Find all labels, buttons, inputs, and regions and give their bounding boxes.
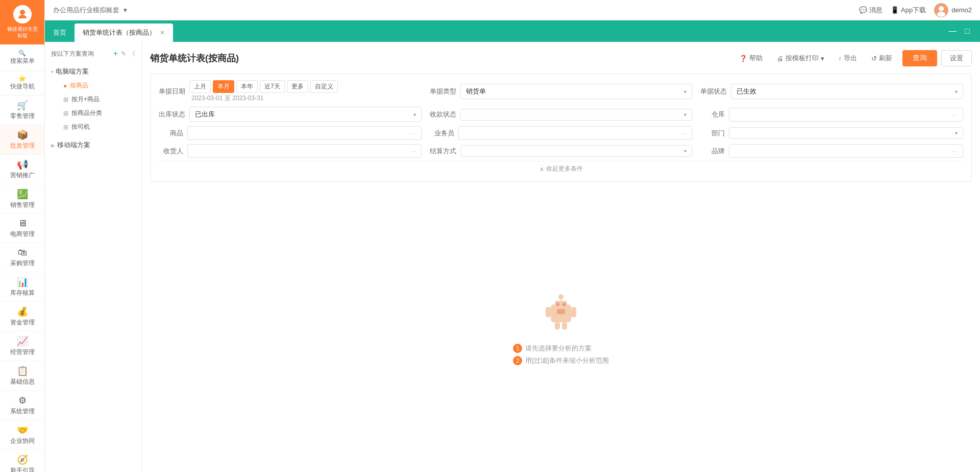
print-btn[interactable]: 🖨 按模板打印 ▾ (773, 52, 828, 65)
tab-close-icon[interactable]: ✕ (160, 29, 165, 36)
username: demo2 (951, 6, 972, 14)
doc-type-label: 单据类型 (430, 87, 456, 96)
sidebar-search[interactable]: 🔍 搜索菜单 (0, 44, 44, 71)
help-btn[interactable]: ❓ 帮助 (735, 52, 767, 65)
product-dots-icon: ··· (410, 129, 416, 137)
refresh-btn[interactable]: ↺ 刷新 (867, 52, 896, 65)
sidebar-item-ecommerce[interactable]: 🖥 电商管理 (0, 214, 44, 243)
sidebar-item-retail[interactable]: 🛒 零售管理 (0, 96, 44, 125)
expand-icon-mobile: ▶ (51, 143, 55, 148)
tip-num-2: 2 (513, 356, 522, 365)
export-label: 导出 (844, 54, 857, 63)
export-btn[interactable]: ↑ 导出 (835, 52, 862, 65)
filter-department: 部门 ▾ (700, 127, 963, 139)
app-download-btn[interactable]: 📱 App下载 (891, 6, 926, 15)
tree-item-by-category[interactable]: ⊞ 按商品分类 (45, 106, 141, 120)
inventory-label: 库存核算 (10, 289, 35, 297)
star-icon: ⭐ (18, 75, 26, 82)
receiver-control[interactable]: ··· (187, 144, 422, 158)
tip-2-text: 用[过滤]条件来缩小分析范围 (525, 356, 608, 365)
basic-label: 基础信息 (10, 377, 35, 386)
app-download-label: App下载 (901, 6, 926, 15)
filter-row-4: 收货人 ··· 结算方式 ▾ 品牌 (159, 144, 963, 158)
tree-item-by-customer[interactable]: ⊞ 按司机 (45, 120, 141, 134)
sidebar-search-label: 搜索菜单 (10, 57, 35, 65)
doc-status-control[interactable]: 已生效 ▾ (731, 84, 963, 99)
date-btn-this-year[interactable]: 本年 (236, 80, 258, 93)
svg-rect-8 (557, 309, 565, 314)
date-btn-custom[interactable]: 自定义 (310, 80, 338, 93)
settings-btn[interactable]: 设置 (941, 50, 972, 66)
doc-type-dropdown-icon: ▾ (684, 89, 687, 95)
date-btn-more[interactable]: 更多 (287, 80, 308, 93)
sidebar-item-system[interactable]: ⚙ 系统管理 (0, 391, 44, 420)
sidebar-item-finance[interactable]: 💰 资金管理 (0, 302, 44, 332)
date-btn-this-month[interactable]: 本月 (213, 80, 234, 93)
expand-icon: ▾ (51, 69, 54, 75)
sidebar-item-inventory[interactable]: 📊 库存核算 (0, 272, 44, 302)
date-btn-7days[interactable]: 近7天 (260, 80, 285, 93)
content-area: 按以下方案查询 + ✎ 《 ▾ 电脑端方案 ● 按商品 ⊞ (45, 42, 980, 472)
sidebar-quicknav-label: 快捷导航 (10, 82, 35, 91)
filter-area: 单据日期 上月 本月 本年 近7天 更多 自定义 2023-03-01 至 20… (150, 74, 972, 182)
by-category-label: 按商品分类 (71, 109, 102, 117)
inventory-icon: 📊 (17, 276, 28, 288)
tab-home[interactable]: 首页 (45, 23, 75, 42)
brand-control[interactable]: ··· (729, 144, 963, 158)
sales-icon: 💹 (17, 188, 28, 200)
collapse-panel-btn[interactable]: 《 (129, 50, 135, 58)
filter-out-status: 出库状态 已出库 ▾ (159, 107, 422, 122)
sidebar-item-wholesale[interactable]: 📦 批发管理 (0, 125, 44, 155)
workspace-selector[interactable]: 办公用品行业模拟账套 ▾ (53, 6, 127, 15)
user-menu[interactable]: demo2 (934, 3, 972, 17)
sidebar-item-basic[interactable]: 📋 基础信息 (0, 361, 44, 391)
mobile-schemes-label: 移动端方案 (57, 140, 90, 150)
warehouse-control[interactable]: ··· (729, 108, 963, 122)
doc-type-control[interactable]: 销货单 ▾ (460, 84, 693, 99)
sidebar-item-purchase[interactable]: 🛍 采购管理 (0, 243, 44, 272)
collapse-btn[interactable]: ∧ 收起更多条件 (159, 161, 963, 175)
finance-icon: 💰 (17, 306, 28, 317)
svg-rect-12 (562, 322, 567, 329)
enterprise-label: 企业协同 (10, 437, 35, 445)
marketing-label: 营销推广 (10, 171, 35, 180)
tree-mobile-schemes[interactable]: ▶ 移动端方案 (45, 138, 141, 152)
warehouse-dots-icon: ··· (952, 111, 958, 119)
sidebar-item-guide[interactable]: 🧭 新手引导 (0, 450, 44, 472)
department-dropdown-icon: ▾ (955, 130, 958, 136)
add-scheme-btn[interactable]: + (113, 49, 118, 58)
window-minimize-btn[interactable]: — (946, 25, 959, 38)
sidebar-item-operations[interactable]: 📈 经营管理 (0, 332, 44, 361)
tree-item-by-month-product[interactable]: ⊞ 按月+商品 (45, 92, 141, 106)
window-maximize-btn[interactable]: □ (963, 25, 972, 38)
message-btn[interactable]: 💬 消息 (859, 6, 883, 15)
empty-state: 1 请先选择要分析的方案 2 用[过滤]条件来缩小分析范围 (150, 188, 972, 464)
brand-label: 品牌 (700, 147, 725, 156)
salesperson-control[interactable]: ··· (458, 126, 693, 140)
date-btn-last-month[interactable]: 上月 (189, 80, 211, 93)
product-control[interactable]: ··· (187, 126, 422, 140)
export-icon: ↑ (839, 55, 842, 62)
wholesale-icon: 📦 (17, 129, 28, 140)
sidebar-item-enterprise[interactable]: 🤝 企业协同 (0, 420, 44, 450)
out-status-control[interactable]: 已出库 ▾ (189, 107, 422, 122)
tab-sales-stat[interactable]: 销货单统计表（按商品） ✕ (75, 23, 173, 42)
system-label: 系统管理 (10, 407, 35, 416)
sidebar-item-marketing[interactable]: 📢 营销推广 (0, 155, 44, 184)
help-icon: ❓ (739, 55, 747, 62)
collapse-arrow-icon: ∧ (540, 166, 544, 173)
doc-status-value: 已生效 (737, 87, 955, 96)
app-name: 畅捷通好生意 (7, 26, 38, 32)
tree-desktop-schemes[interactable]: ▾ 电脑端方案 (45, 64, 141, 79)
sidebar-quick-nav[interactable]: ⭐ 快捷导航 (0, 71, 44, 96)
payment-control[interactable]: ▾ (460, 145, 693, 157)
collect-status-control[interactable]: ▾ (460, 109, 693, 121)
query-btn[interactable]: 查询 (902, 50, 937, 66)
out-status-dropdown-icon: ▾ (413, 112, 416, 117)
edit-scheme-btn[interactable]: ✎ (121, 50, 126, 57)
tree-item-by-product[interactable]: ● 按商品 (45, 79, 141, 92)
tip-num-1: 1 (513, 344, 522, 353)
sidebar-item-sales[interactable]: 💹 销售管理 (0, 184, 44, 214)
date-label: 单据日期 (159, 87, 185, 96)
department-control[interactable]: ▾ (729, 127, 963, 139)
